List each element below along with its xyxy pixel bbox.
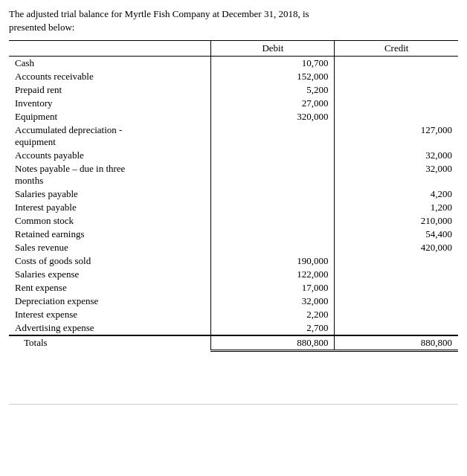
table-row: Accounts payable32,000: [9, 149, 458, 162]
credit-value: [335, 254, 458, 268]
intro-text: The adjusted trial balance for Myrtle Fi…: [9, 7, 458, 34]
credit-value: [335, 83, 458, 97]
debit-value: [211, 214, 335, 228]
account-name: Common stock: [9, 214, 211, 228]
credit-value: 127,000: [335, 123, 458, 149]
credit-value: [335, 281, 458, 295]
credit-value: 32,000: [335, 162, 458, 187]
account-name: Rent expense: [9, 281, 211, 295]
account-name: Salaries expense: [9, 268, 211, 281]
table-row: Common stock210,000: [9, 214, 458, 228]
table-header-row: Debit Credit: [9, 41, 458, 57]
debit-value: [211, 149, 335, 162]
table-row: Accounts receivable152,000: [9, 70, 458, 83]
account-name: Sales revenue: [9, 241, 211, 254]
table-row: Inventory27,000: [9, 97, 458, 110]
debit-value: 122,000: [211, 268, 335, 281]
table-row: Advertising expense2,700: [9, 321, 458, 335]
header-account: [9, 41, 211, 57]
account-name: Retained earnings: [9, 228, 211, 241]
totals-credit: 880,800: [335, 335, 458, 351]
debit-value: [211, 162, 335, 187]
account-name: Equipment: [9, 110, 211, 123]
debit-value: 17,000: [211, 281, 335, 295]
debit-value: [211, 228, 335, 241]
table-row: Interest payable1,200: [9, 201, 458, 214]
table-row: Salaries expense122,000: [9, 268, 458, 281]
credit-value: [335, 97, 458, 110]
table-row: Equipment320,000: [9, 110, 458, 123]
table-row: Notes payable – due in threemonths32,000: [9, 162, 458, 187]
account-name: Accounts payable: [9, 149, 211, 162]
account-name: Inventory: [9, 97, 211, 110]
credit-value: [335, 321, 458, 335]
account-name: Salaries payable: [9, 187, 211, 201]
account-name: Interest expense: [9, 308, 211, 321]
trial-balance-table: Debit Credit Cash10,700Accounts receivab…: [9, 40, 458, 352]
credit-value: [335, 268, 458, 281]
totals-row: Totals 880,800 880,800: [9, 335, 458, 351]
account-name: Accumulated depreciation -equipment: [9, 123, 211, 149]
account-name: Prepaid rent: [9, 83, 211, 97]
intro-line1: The adjusted trial balance for Myrtle Fi…: [9, 8, 309, 19]
credit-value: 1,200: [335, 201, 458, 214]
credit-value: [335, 70, 458, 83]
debit-value: 152,000: [211, 70, 335, 83]
table-row: Interest expense2,200: [9, 308, 458, 321]
account-name: Depreciation expense: [9, 295, 211, 308]
debit-value: 10,700: [211, 57, 335, 71]
table-row: Retained earnings54,400: [9, 228, 458, 241]
page-container: The adjusted trial balance for Myrtle Fi…: [0, 0, 467, 448]
debit-value: 2,200: [211, 308, 335, 321]
debit-value: 32,000: [211, 295, 335, 308]
account-name: Accounts receivable: [9, 70, 211, 83]
table-row: Salaries payable4,200: [9, 187, 458, 201]
table-row: Sales revenue420,000: [9, 241, 458, 254]
credit-value: [335, 57, 458, 71]
debit-value: 2,700: [211, 321, 335, 335]
debit-value: 5,200: [211, 83, 335, 97]
debit-value: 190,000: [211, 254, 335, 268]
table-row: Costs of goods sold190,000: [9, 254, 458, 268]
credit-value: 4,200: [335, 187, 458, 201]
totals-label: Totals: [9, 335, 211, 351]
debit-value: 27,000: [211, 97, 335, 110]
header-credit: Credit: [335, 41, 458, 57]
account-name: Advertising expense: [9, 321, 211, 335]
credit-value: 32,000: [335, 149, 458, 162]
footer-area: [9, 404, 458, 441]
account-name: Cash: [9, 57, 211, 71]
debit-value: [211, 123, 335, 149]
table-row: Depreciation expense32,000: [9, 295, 458, 308]
credit-value: [335, 110, 458, 123]
intro-line2: presented below:: [9, 22, 74, 33]
debit-value: 320,000: [211, 110, 335, 123]
credit-value: 420,000: [335, 241, 458, 254]
totals-debit: 880,800: [211, 335, 335, 351]
debit-value: [211, 187, 335, 201]
credit-value: 210,000: [335, 214, 458, 228]
account-name: Interest payable: [9, 201, 211, 214]
credit-value: 54,400: [335, 228, 458, 241]
table-row: Accumulated depreciation -equipment127,0…: [9, 123, 458, 149]
debit-value: [211, 201, 335, 214]
table-row: Rent expense17,000: [9, 281, 458, 295]
bottom-spacer: [9, 352, 458, 396]
table-row: Cash10,700: [9, 57, 458, 71]
credit-value: [335, 308, 458, 321]
table-row: Prepaid rent5,200: [9, 83, 458, 97]
account-name: Notes payable – due in threemonths: [9, 162, 211, 187]
debit-value: [211, 241, 335, 254]
header-debit: Debit: [211, 41, 335, 57]
credit-value: [335, 295, 458, 308]
account-name: Costs of goods sold: [9, 254, 211, 268]
